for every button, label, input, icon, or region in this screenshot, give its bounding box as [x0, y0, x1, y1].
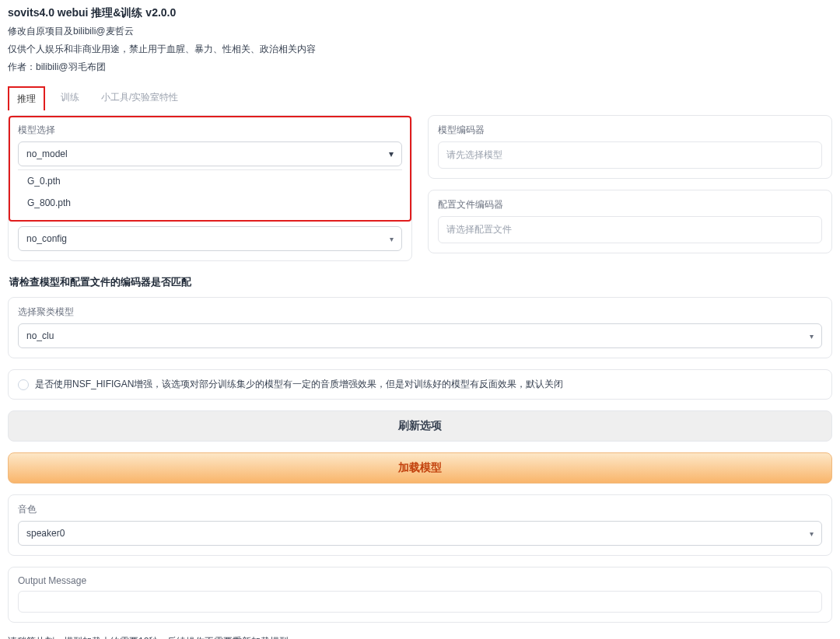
- tab-tools[interactable]: 小工具/实验室特性: [90, 85, 189, 110]
- page-title: sovits4.0 webui 推理&训练 v2.0.0: [8, 6, 832, 20]
- header-usage-notice: 仅供个人娱乐和非商业用途，禁止用于血腥、暴力、性相关、政治相关内容: [8, 43, 832, 56]
- output-message-label: Output Message: [18, 575, 822, 586]
- output-message-textbox[interactable]: [18, 591, 822, 613]
- config-select-dropdown[interactable]: no_config ▾: [18, 226, 402, 251]
- chevron-down-icon: ▾: [389, 148, 394, 159]
- model-encoder-label: 模型编码器: [438, 124, 822, 137]
- tab-training[interactable]: 训练: [50, 85, 90, 110]
- model-select-label: 模型选择: [18, 124, 402, 137]
- cluster-select-value: no_clu: [26, 330, 54, 341]
- refresh-button[interactable]: 刷新选项: [8, 410, 832, 442]
- model-select-options: G_0.pth G_800.pth: [18, 169, 402, 214]
- config-encoder-input[interactable]: 请选择配置文件: [438, 216, 822, 243]
- chevron-down-icon: ▾: [810, 529, 814, 538]
- chevron-down-icon: ▾: [390, 235, 394, 243]
- speaker-label: 音色: [18, 503, 822, 516]
- load-model-button[interactable]: 加载模型: [8, 452, 832, 484]
- cluster-select-dropdown[interactable]: no_clu ▾: [18, 323, 822, 348]
- model-encoder-input[interactable]: 请先选择模型: [438, 141, 822, 169]
- wait-hint: 请稍等片刻，模型加载大约需要10秒。后续操作不需要重新加载模型: [8, 635, 832, 639]
- model-select-value: no_model: [26, 148, 68, 159]
- model-select-highlight: 模型选择 no_model ▾ G_0.pth G_800.pth: [9, 116, 411, 222]
- config-select-value: no_config: [26, 233, 67, 244]
- speaker-select-value: speaker0: [26, 528, 65, 539]
- model-option-1[interactable]: G_800.pth: [18, 192, 402, 214]
- checkbox-icon[interactable]: [18, 379, 29, 390]
- main-tabs: 推理 训练 小工具/实验室特性: [8, 85, 832, 110]
- header-credit1: 修改自原项目及bilibili@麦哲云: [8, 25, 832, 38]
- model-option-0[interactable]: G_0.pth: [18, 170, 402, 192]
- config-encoder-label: 配置文件编码器: [438, 198, 822, 211]
- tab-inference[interactable]: 推理: [8, 86, 45, 110]
- nsf-checkbox-row[interactable]: 是否使用NSF_HIFIGAN增强，该选项对部分训练集少的模型有一定的音质增强效…: [8, 369, 832, 400]
- model-select-dropdown[interactable]: no_model ▾: [18, 141, 402, 166]
- nsf-checkbox-label: 是否使用NSF_HIFIGAN增强，该选项对部分训练集少的模型有一定的音质增强效…: [35, 378, 563, 391]
- chevron-down-icon: ▾: [810, 332, 814, 340]
- check-title: 请检查模型和配置文件的编码器是否匹配: [9, 275, 832, 289]
- cluster-select-label: 选择聚类模型: [18, 306, 822, 319]
- header-author: 作者：bilibili@羽毛布团: [8, 61, 832, 74]
- speaker-select-dropdown[interactable]: speaker0 ▾: [18, 521, 822, 546]
